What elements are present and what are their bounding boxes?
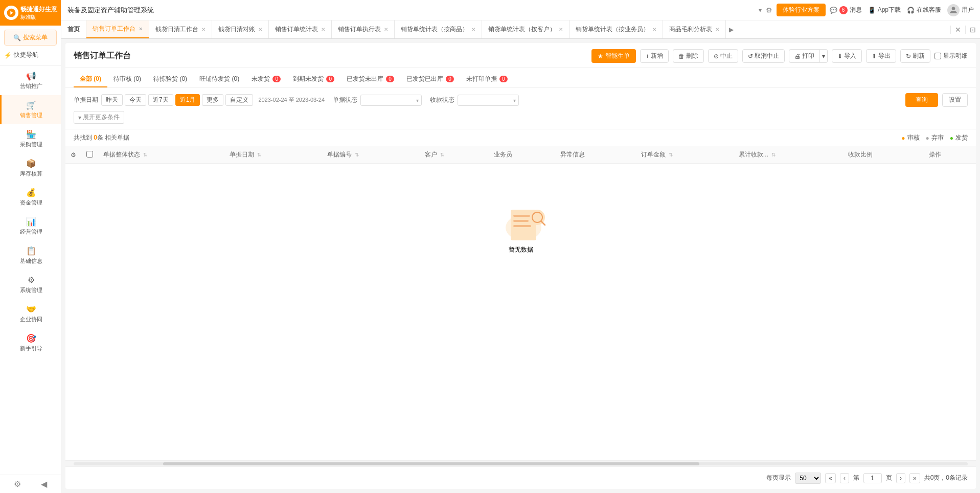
- sidebar-item-sales[interactable]: 🛒 销售管理: [0, 95, 61, 124]
- delete-button[interactable]: 🗑 删除: [673, 49, 704, 63]
- sidebar-item-operations[interactable]: 📊 经营管理: [0, 212, 61, 241]
- message-button[interactable]: 💬 6 消息: [830, 6, 862, 14]
- tab-sales-workbench-close[interactable]: ✕: [139, 26, 143, 32]
- expand-label: 展开更多条件: [83, 113, 120, 122]
- sub-tab-pending-review[interactable]: 待审核 (0): [107, 72, 147, 87]
- scrollbar-track[interactable]: [74, 462, 968, 465]
- date-today[interactable]: 今天: [125, 94, 146, 106]
- search-menu-button[interactable]: 🔍 搜索菜单: [4, 30, 57, 46]
- cancel-stop-button[interactable]: ↺ 取消中止: [742, 49, 785, 63]
- show-detail-checkbox-label[interactable]: 显示明细: [935, 52, 968, 60]
- sort-customer-icon[interactable]: ⇅: [440, 152, 444, 158]
- page-next-button[interactable]: ›: [896, 473, 905, 483]
- quick-nav[interactable]: ⚡ 快捷导航: [4, 49, 57, 61]
- scrollbar-thumb[interactable]: [163, 462, 699, 465]
- sub-tab-wangpu-pending[interactable]: 旺铺待发货 (0): [193, 72, 245, 87]
- per-page-select[interactable]: 50 10 20 100: [795, 473, 821, 484]
- show-detail-checkbox[interactable]: [935, 53, 941, 59]
- tabs-more-button[interactable]: ▶: [726, 26, 737, 33]
- print-button[interactable]: 🖨 打印: [789, 49, 820, 63]
- page-prev-button[interactable]: ‹: [840, 473, 849, 483]
- smart-generate-button[interactable]: ★ 智能生单: [591, 49, 636, 63]
- sidebar-item-guide[interactable]: 🎯 新手引导: [0, 328, 61, 357]
- settings-icon[interactable]: ⚙: [71, 151, 76, 159]
- sort-collected-icon[interactable]: ⇅: [771, 152, 776, 158]
- sub-tab-wangpu-count: 0: [234, 75, 237, 82]
- industry-solution-button[interactable]: 体验行业方案: [777, 4, 826, 16]
- tab-cash-reconcile-close[interactable]: ✕: [258, 27, 262, 32]
- user-menu[interactable]: 用户: [947, 4, 974, 16]
- tab-goods-stats-customer-close[interactable]: ✕: [559, 27, 563, 32]
- page-last-button[interactable]: »: [909, 473, 920, 483]
- stop-button[interactable]: ⊘ 中止: [708, 49, 738, 63]
- tab-cash-daily[interactable]: 钱货日清工作台 ✕: [149, 20, 212, 38]
- tab-goods-stats-product[interactable]: 销货单统计表（按商品） ✕: [395, 20, 482, 38]
- collapse-button[interactable]: ◀: [41, 479, 47, 489]
- tab-sales-stats-close[interactable]: ✕: [321, 27, 325, 32]
- tab-sales-workbench[interactable]: 销售订单工作台 ✕: [86, 20, 149, 38]
- sub-tab-overdue-not-shipped[interactable]: 到期未发货 0: [287, 72, 340, 87]
- page-first-button[interactable]: «: [825, 473, 836, 483]
- date-1month[interactable]: 近1月: [175, 94, 200, 106]
- message-badge: 6: [839, 6, 848, 14]
- sort-number-icon[interactable]: ⇅: [355, 152, 359, 158]
- app-download-button[interactable]: 📱 App下载: [868, 6, 901, 14]
- setting-button[interactable]: 设置: [942, 93, 968, 107]
- sidebar-item-system[interactable]: ⚙ 系统管理: [0, 270, 61, 299]
- status-select[interactable]: [360, 95, 422, 106]
- sidebar-item-inventory[interactable]: 📦 库存核算: [0, 153, 61, 183]
- review-btn[interactable]: 审核: [907, 133, 920, 142]
- add-button[interactable]: + 新增: [640, 49, 669, 63]
- cancel-review-btn[interactable]: 弃审: [931, 133, 944, 142]
- sidebar-item-enterprise[interactable]: 🤝 企业协同: [0, 299, 61, 328]
- horizontal-scrollbar[interactable]: [65, 460, 976, 466]
- sidebar-item-marketing[interactable]: 📢 营销推广: [0, 66, 61, 95]
- tab-cash-reconcile[interactable]: 钱货日清对账 ✕: [212, 20, 269, 38]
- settings-button[interactable]: ⚙: [14, 479, 21, 489]
- tab-goods-stats-customer[interactable]: 销货单统计表（按客户） ✕: [482, 20, 569, 38]
- tab-maximize-button[interactable]: ⊡: [965, 26, 980, 34]
- sidebar-item-purchase[interactable]: 🏪 采购管理: [0, 124, 61, 153]
- sort-status-icon[interactable]: ⇅: [143, 152, 147, 158]
- tab-close-all-button[interactable]: ✕: [950, 26, 965, 34]
- sub-tab-shipped-out[interactable]: 已发货已出库 0: [400, 72, 460, 87]
- tab-home[interactable]: 首页: [61, 20, 86, 38]
- sub-tab-not-printed[interactable]: 未打印单据 0: [460, 72, 514, 87]
- sub-tab-shipped-not-out[interactable]: 已发货未出库 0: [340, 72, 400, 87]
- sub-tab-not-shipped[interactable]: 未发货 0: [245, 72, 287, 87]
- query-button[interactable]: 查询: [905, 93, 938, 107]
- print-dropdown-button[interactable]: ▾: [820, 49, 828, 63]
- tab-sales-stats[interactable]: 销售订单统计表 ✕: [269, 20, 332, 38]
- online-service-button[interactable]: 🎧 在线客服: [907, 6, 941, 14]
- tab-margin-analysis[interactable]: 商品毛利分析表 ✕: [663, 20, 726, 38]
- settings-icon[interactable]: ⚙: [766, 6, 772, 14]
- tab-sales-exec-close[interactable]: ✕: [384, 27, 388, 32]
- sub-tab-pending-inspect[interactable]: 待拣验货 (0): [147, 72, 193, 87]
- sidebar-item-basic[interactable]: 📋 基础信息: [0, 241, 61, 270]
- sidebar-item-finance[interactable]: 💰 资金管理: [0, 183, 61, 212]
- payment-select[interactable]: [458, 95, 519, 106]
- date-yesterday[interactable]: 昨天: [101, 94, 123, 106]
- export-button[interactable]: ⬆ 导出: [866, 49, 896, 63]
- sort-date-icon[interactable]: ⇅: [257, 152, 261, 158]
- select-all-checkbox[interactable]: [86, 151, 93, 158]
- tab-goods-stats-product-close[interactable]: ✕: [471, 27, 475, 32]
- tab-sales-exec[interactable]: 销售订单执行表 ✕: [332, 20, 395, 38]
- import-button[interactable]: ⬇ 导入: [832, 49, 862, 63]
- expand-filter-button[interactable]: ▾ 展开更多条件: [74, 111, 124, 124]
- system-dropdown-icon[interactable]: ▾: [759, 7, 762, 14]
- sort-amount-icon[interactable]: ⇅: [669, 152, 673, 158]
- tab-margin-analysis-close[interactable]: ✕: [715, 27, 719, 32]
- ship-btn[interactable]: 发货: [955, 133, 968, 142]
- date-more[interactable]: 更多: [202, 94, 223, 106]
- app-download-label: App下载: [878, 6, 901, 14]
- refresh-button[interactable]: ↻ 刷新: [900, 49, 930, 63]
- sub-tab-all[interactable]: 全部 (0): [74, 72, 107, 87]
- page-number-input[interactable]: [863, 473, 882, 483]
- date-custom[interactable]: 自定义: [225, 94, 253, 106]
- date-7days[interactable]: 近7天: [148, 94, 173, 106]
- page-title: 销售订单工作台: [74, 51, 131, 61]
- tab-goods-stats-staff[interactable]: 销货单统计表（按业务员） ✕: [569, 20, 663, 38]
- tab-cash-daily-close[interactable]: ✕: [201, 27, 206, 32]
- tab-goods-stats-staff-close[interactable]: ✕: [652, 27, 656, 32]
